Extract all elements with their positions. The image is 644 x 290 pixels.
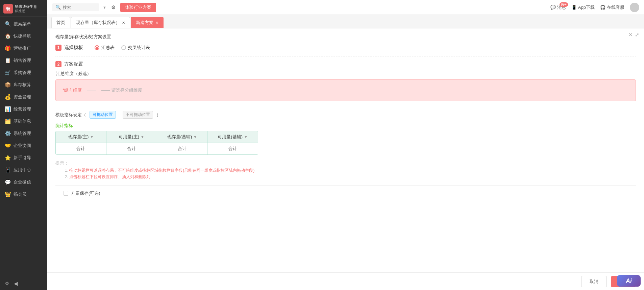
divider-2: [55, 106, 636, 106]
topbar: 🔍 ▼ ⚙ 体验行业方案 💬 消息 99+ 📱 App下载 🎧 在线客服: [47, 0, 644, 15]
dim-required-area: *纵向维度 —— —— 请选择分组维度: [55, 79, 636, 101]
step2-title: 方案配置: [64, 61, 83, 67]
app-download-item[interactable]: 📱 App下载: [571, 4, 595, 10]
stats-col-chevron-col1[interactable]: ▼: [90, 135, 94, 139]
save-row: 方案保存(可选): [55, 185, 636, 201]
search-box[interactable]: 🔍: [52, 3, 99, 11]
message-badge: 99+: [560, 2, 568, 7]
sidebar-label-finance: 资金管理: [14, 94, 31, 100]
stats-col-chevron-col3[interactable]: ▼: [193, 135, 197, 139]
stats-col-header-col3[interactable]: 现存量(基辅)▼: [157, 131, 208, 143]
topbar-chevron-icon[interactable]: ▼: [103, 5, 106, 9]
tab-inventory[interactable]: 现存量（库存状况表） ✕: [71, 17, 130, 28]
tab-new-plan[interactable]: 新建方案 ✕: [131, 17, 164, 28]
sidebar-item-sales[interactable]: 📋销售管理: [0, 54, 47, 67]
panel-close-icon[interactable]: ✕: [628, 32, 633, 38]
stats-col-chevron-col4[interactable]: ▼: [244, 135, 248, 139]
template-radio-group: 汇总表 交叉统计表: [95, 45, 150, 51]
stats-col-header-col4[interactable]: 可用量(基辅)▼: [207, 131, 258, 143]
stats-label: 统计指标: [55, 123, 636, 129]
sidebar-item-member[interactable]: 👑畅会员: [0, 188, 47, 200]
collapse-icon[interactable]: ◀: [14, 281, 18, 287]
tab-inventory-close-icon[interactable]: ✕: [122, 21, 125, 25]
panel-controls: ✕ ⤢: [628, 32, 639, 38]
stats-table: 现存量(主)▼可用量(主)▼现存量(基辅)▼可用量(基辅)▼ 合计合计合计合计: [55, 131, 258, 155]
radio-cross-circle: [121, 45, 126, 50]
sidebar: 畅 畅康通好生意 标准版 🔍搜索菜单🏠快捷导航🎁营销推广📋销售管理🛒采购管理📦库…: [0, 0, 47, 290]
settings-icon[interactable]: ⚙: [5, 281, 9, 287]
sidebar-item-finance[interactable]: 💰资金管理: [0, 91, 47, 103]
sidebar-icon-marketing: 🎁: [5, 45, 11, 51]
sidebar-icon-member: 👑: [5, 191, 11, 197]
footer-bar: 取消 查询: [47, 272, 644, 290]
tab-home[interactable]: 首页: [51, 17, 70, 28]
topbar-gear-icon[interactable]: ⚙: [111, 4, 116, 10]
app-download-label: App下载: [578, 4, 595, 10]
cancel-button[interactable]: 取消: [581, 276, 607, 287]
sidebar-icon-inventory: 📦: [5, 82, 11, 88]
sidebar-label-newbie: 新手引导: [14, 155, 31, 161]
indicator-close-paren: ）: [156, 112, 161, 118]
tab-new-plan-close-icon[interactable]: ✕: [155, 21, 158, 25]
sidebar-icon-enterprise: 🤝: [5, 143, 11, 149]
online-service-icon: 🎧: [600, 5, 605, 10]
radio-cross[interactable]: 交叉统计表: [121, 45, 150, 51]
sidebar-label-purchase: 采购管理: [14, 70, 31, 76]
divider-1: [55, 56, 636, 56]
sidebar-item-basicinfo[interactable]: 🗂️基础信息: [0, 115, 47, 127]
message-icon: 💬: [550, 5, 556, 10]
stats-cell-col3: 合计: [157, 143, 208, 154]
tips-item-1: 1. 拖动标题栏可以调整布局，不可跨维度或指标区域拖拉栏目字段(只能在同一维度或…: [61, 168, 636, 173]
online-service-item[interactable]: 🎧 在线客服: [600, 4, 624, 10]
sidebar-item-newbie[interactable]: ⭐新手引导: [0, 152, 47, 164]
trial-button[interactable]: 体验行业方案: [120, 3, 156, 12]
topbar-right: 💬 消息 99+ 📱 App下载 🎧 在线客服: [550, 3, 639, 12]
sidebar-item-enterprise[interactable]: 🤝企业协同: [0, 140, 47, 152]
stats-col-header-col2[interactable]: 可用量(主)▼: [106, 131, 157, 143]
sidebar-label-operations: 经营管理: [14, 106, 31, 112]
sidebar-item-inventory[interactable]: 📦库存核算: [0, 79, 47, 91]
step2-header: 2 方案配置: [55, 61, 636, 67]
step1-section: 1 选择模板 汇总表 交叉统计表: [55, 45, 636, 51]
sidebar-item-quicknav[interactable]: 🏠快捷导航: [0, 30, 47, 42]
search-input[interactable]: [63, 5, 97, 10]
stats-table-header: 现存量(主)▼可用量(主)▼现存量(基辅)▼可用量(基辅)▼: [56, 131, 258, 143]
app-logo-icon: 畅: [3, 4, 13, 14]
panel-expand-icon[interactable]: ⤢: [635, 32, 639, 38]
tab-new-plan-label: 新建方案: [136, 20, 153, 26]
stats-col-header-col1[interactable]: 现存量(主)▼: [56, 131, 106, 143]
sidebar-label-member: 畅会员: [14, 191, 27, 197]
message-item[interactable]: 💬 消息 99+: [550, 4, 566, 10]
ai-badge[interactable]: Ai: [617, 275, 641, 287]
app-download-icon: 📱: [571, 5, 577, 10]
sidebar-label-basicinfo: 基础信息: [14, 118, 31, 124]
radio-summary-circle: [95, 45, 99, 50]
sidebar-item-system[interactable]: ⚙️系统管理: [0, 127, 47, 140]
sidebar-label-enterprise: 企业协同: [14, 143, 31, 149]
sidebar-label-marketing: 营销推广: [14, 45, 31, 51]
save-checkbox[interactable]: [64, 191, 68, 196]
sidebar-item-marketing[interactable]: 🎁营销推广: [0, 42, 47, 54]
sidebar-icon-purchase: 🛒: [5, 70, 11, 76]
tab-inventory-label: 现存量（库存状况表）: [76, 20, 120, 26]
sidebar-item-wechat[interactable]: 💬企业微信: [0, 176, 47, 188]
summary-dim-label: 汇总维度（必选）: [56, 71, 636, 77]
stats-col-chevron-col2[interactable]: ▼: [141, 135, 144, 139]
radio-cross-label: 交叉统计表: [128, 45, 150, 51]
tab-home-label: 首页: [56, 20, 65, 26]
sidebar-bottom: ⚙ ◀: [0, 277, 47, 290]
indicator-setting-label: 模板指标设定（: [55, 112, 86, 118]
sidebar-item-search[interactable]: 🔍搜索菜单: [0, 18, 47, 30]
vertical-dim-placeholder[interactable]: —— 请选择分组维度: [101, 87, 142, 93]
sidebar-icon-newbie: ⭐: [5, 155, 11, 161]
sidebar-label-quicknav: 快捷导航: [14, 33, 31, 39]
sidebar-item-purchase[interactable]: 🛒采购管理: [0, 67, 47, 79]
sidebar-nav: 🔍搜索菜单🏠快捷导航🎁营销推广📋销售管理🛒采购管理📦库存核算💰资金管理📊经营管理…: [0, 17, 47, 277]
step1-title: 选择模板: [64, 45, 83, 51]
sidebar-item-appcenter[interactable]: 📱应用中心: [0, 164, 47, 176]
stats-table-body: 合计合计合计合计: [56, 143, 258, 154]
user-avatar[interactable]: [630, 3, 639, 12]
radio-summary[interactable]: 汇总表: [95, 45, 115, 51]
sidebar-item-operations[interactable]: 📊经营管理: [0, 103, 47, 115]
search-icon: 🔍: [55, 5, 61, 10]
